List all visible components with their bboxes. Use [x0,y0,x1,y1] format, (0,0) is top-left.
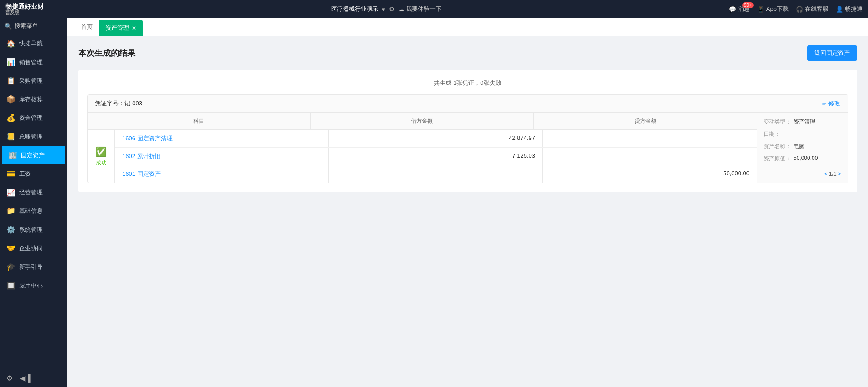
status-column: ✅ 成功 [88,130,115,183]
service-icon: 🎧 [796,6,803,13]
online-service-button[interactable]: 🎧 在线客服 [796,5,828,13]
col-debit: 借方金额 [311,113,534,129]
row2-subject[interactable]: 1602 累计折旧 [115,148,329,165]
status-text: 成功 [96,159,107,167]
sidebar-bottom: ⚙ ◀▐ [0,369,67,387]
table-row: 1606 固定资产清理 42,874.97 [115,130,757,148]
app-logo: 畅捷通好业财 普及版 [5,3,44,16]
content-area: 首页 资产管理 ✕ 本次生成的结果 返回固定资产 共生成 1张凭证，0张失败 凭… [67,18,868,387]
company-dropdown-icon[interactable]: ▾ [382,6,385,13]
topbar: 畅捷通好业财 普及版 医疗器械行业演示 ▾ ⚙ ☁ 我要体验一下 💬 消息 99… [0,0,868,18]
enterprise-icon: 🤝 [6,244,15,253]
row1-subject[interactable]: 1606 固定资产清理 [115,130,329,147]
ledger-icon: 📒 [6,132,15,141]
sidebar-item-guide[interactable]: 🎓 新手引导 [0,258,67,276]
sidebar-item-capital[interactable]: 💰 资金管理 [0,109,67,127]
settings-icon[interactable]: ⚙ [389,5,395,13]
tab-close-icon[interactable]: ✕ [132,25,136,31]
asset-name-label: 资产名称： [764,143,791,150]
info-original-value: 资产原值： 50,000.00 [764,155,841,163]
inventory-icon: 📦 [6,95,15,104]
sidebar-item-enterprise[interactable]: 🤝 企业协同 [0,239,67,258]
voucher-content: 科目 借方金额 贷方金额 ✅ 成功 [88,113,848,183]
management-icon: 📈 [6,188,15,197]
purchase-icon: 📋 [6,76,15,85]
edit-icon: ✏ [822,100,827,107]
result-summary: 共生成 1张凭证，0张失败 [87,79,848,87]
page-header: 本次生成的结果 返回固定资产 [78,45,857,61]
sales-icon: 📊 [6,58,15,66]
sidebar: 🔍 搜索菜单 🏠 快捷导航 📊 销售管理 📋 采购管理 📦 库存核算 💰 资金管… [0,18,67,387]
page-content: 本次生成的结果 返回固定资产 共生成 1张凭证，0张失败 凭证字号：记-003 … [67,36,868,387]
table-row-container: ✅ 成功 1606 固定资产清理 42,874.97 [88,130,757,183]
row2-credit [543,148,757,165]
sidebar-item-payroll[interactable]: 💳 工资 [0,164,67,183]
app-download-button[interactable]: 📱 App下载 [757,5,789,13]
row1-debit: 42,874.97 [329,130,543,147]
prev-page-button[interactable]: < [824,171,828,177]
download-icon: 📱 [757,6,764,13]
info-date: 日期： [764,130,841,138]
sidebar-item-inventory[interactable]: 📦 库存核算 [0,90,67,109]
row1-credit [543,130,757,147]
sidebar-item-ledger[interactable]: 📒 总账管理 [0,127,67,146]
sidebar-item-sales[interactable]: 📊 销售管理 [0,53,67,71]
pagination: < 1/1 > [764,171,841,177]
basic-icon: 📁 [6,207,15,215]
user-avatar-icon: 👤 [836,6,843,13]
company-name[interactable]: 医疗器械行业演示 [331,5,378,13]
system-icon: ⚙️ [6,225,15,234]
sidebar-item-purchase[interactable]: 📋 采购管理 [0,71,67,90]
edit-voucher-button[interactable]: ✏ 修改 [822,99,840,108]
col-credit: 贷方金额 [534,113,757,129]
sidebar-item-basic[interactable]: 📁 基础信息 [0,202,67,220]
row3-debit [329,165,543,183]
topbar-center: 医疗器械行业演示 ▾ ⚙ ☁ 我要体验一下 [331,5,441,13]
table-rows: 1606 固定资产清理 42,874.97 1602 累计折旧 7,125.03 [115,130,757,183]
table-header: 科目 借方金额 贷方金额 [88,113,757,130]
original-value: 50,000.00 [794,155,818,163]
message-button[interactable]: 💬 消息 99+ [729,5,750,13]
row3-subject[interactable]: 1601 固定资产 [115,165,329,183]
sidebar-item-appstore[interactable]: 🔲 应用中心 [0,276,67,295]
return-fixed-assets-button[interactable]: 返回固定资产 [807,45,857,61]
feedback-btn[interactable]: ☁ 我要体验一下 [398,5,441,13]
voucher-header: 凭证字号：记-003 ✏ 修改 [88,95,848,113]
fixed-assets-icon: 🏢 [8,151,17,159]
message-badge: 99+ [742,2,754,8]
sidebar-item-management[interactable]: 📈 经营管理 [0,183,67,202]
topbar-right: 💬 消息 99+ 📱 App下载 🎧 在线客服 👤 畅捷通 [729,5,863,13]
tab-bar: 首页 资产管理 ✕ [67,18,868,36]
topbar-left: 畅捷通好业财 普及版 [5,3,44,16]
next-page-button[interactable]: > [838,171,841,177]
guide-icon: 🎓 [6,263,15,271]
type-label: 变动类型： [764,118,791,126]
asset-name-value: 电脑 [794,143,804,150]
date-label: 日期： [764,130,780,138]
sidebar-item-search[interactable]: 🔍 搜索菜单 [0,18,67,34]
info-type: 变动类型： 资产清理 [764,118,841,126]
appstore-icon: 🔲 [6,281,15,290]
page-indicator: 1/1 [829,171,838,177]
sidebar-collapse-icon[interactable]: ◀▐ [20,374,30,382]
table-row: 1602 累计折旧 7,125.03 [115,148,757,165]
voucher-block: 凭证字号：记-003 ✏ 修改 科目 借方金额 贷方金额 [87,94,848,183]
sidebar-settings-icon[interactable]: ⚙ [6,374,13,382]
page-title: 本次生成的结果 [78,48,135,59]
tab-asset[interactable]: 资产管理 ✕ [99,20,143,36]
search-icon: 🔍 [5,23,12,30]
tab-home[interactable]: 首页 [74,18,99,36]
type-value: 资产清理 [794,118,815,126]
payroll-icon: 💳 [6,169,15,178]
sidebar-item-fixed[interactable]: 🏢 固定资产 [2,146,65,164]
success-icon: ✅ [95,146,107,157]
result-section: 共生成 1张凭证，0张失败 凭证字号：记-003 ✏ 修改 [78,70,857,192]
sidebar-item-system[interactable]: ⚙️ 系统管理 [0,220,67,239]
info-asset-name: 资产名称： 电脑 [764,143,841,150]
feedback-icon: ☁ [398,6,404,13]
original-value-label: 资产原值： [764,155,791,163]
sidebar-item-nav[interactable]: 🏠 快捷导航 [0,34,67,53]
capital-icon: 💰 [6,114,15,122]
user-menu[interactable]: 👤 畅捷通 [836,5,863,13]
voucher-table: 科目 借方金额 贷方金额 ✅ 成功 [88,113,757,183]
